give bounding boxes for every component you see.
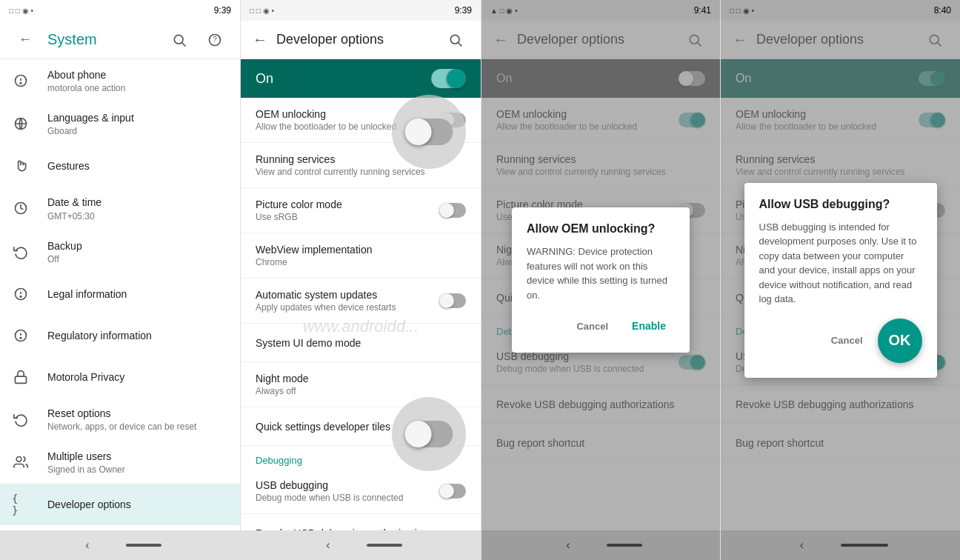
panel-developer-oem-dialog: ▲ □ ◉ • 9:41 ← Developer options On OEM … [481,0,721,560]
panel-developer-usb-dialog: □ □ ◉ • 8:40 ← Developer options On OEM … [721,0,960,560]
back-nav-p2[interactable]: ‹ [319,536,337,554]
usb-dialog-overlay: Allow USB debugging? USB debugging is in… [721,0,960,560]
usb-dialog-title: Allow USB debugging? [759,198,922,211]
date-time-icon [12,199,30,217]
status-icons-p2: □ □ ◉ • [250,7,274,15]
svg-point-19 [450,35,459,44]
search-icon-p2 [448,33,463,47]
home-indicator-p2 [367,544,402,547]
status-time-p2: 9:39 [455,5,472,16]
back-nav-p1[interactable]: ‹ [79,536,96,554]
svg-point-14 [20,337,21,339]
oem-dialog-title: Allow OEM unlocking? [527,222,675,236]
panel-system-settings: □ □ ◉ • 9:39 ← System ? About phone moto… [0,0,241,560]
on-row-p2[interactable]: On [241,59,481,98]
sidebar-item-backup[interactable]: Backup Off [0,230,240,273]
dev-item-revoke-usb[interactable]: Revoke USB debugging authorizations [241,514,481,530]
status-bar-p1: □ □ ◉ • 9:39 [0,0,240,21]
status-icons-left: □ □ ◉ • [9,7,33,15]
on-label-p2: On [256,71,439,87]
panel-developer-options: □ □ ◉ • 9:39 ← Developer options On www.… [241,0,481,560]
picture-color-toggle-p2[interactable] [439,203,466,218]
usb-ok-button[interactable]: OK [878,319,922,363]
search-button-p2[interactable] [442,27,469,53]
usb-dialog-buttons: Cancel OK [759,319,922,363]
top-bar-p1: ← System ? [0,21,240,59]
svg-text:?: ? [213,36,217,44]
search-icon-p1 [172,33,187,47]
status-bar-p2: □ □ ◉ • 9:39 [241,0,481,21]
page-title-p2: Developer options [276,32,433,47]
usb-cancel-button[interactable]: Cancel [822,329,872,352]
svg-line-1 [182,42,186,46]
usb-debug-toggle-p2[interactable] [439,484,466,499]
multiple-users-icon [12,453,30,471]
oem-dialog-body: WARNING: Device protection features will… [527,244,675,302]
on-toggle-p2[interactable] [431,69,466,88]
dev-item-picture-color[interactable]: Picture color mode Use sRGB [241,188,481,233]
sidebar-item-multiple-users[interactable]: Multiple users Signed in as Owner [0,441,240,484]
sidebar-item-gestures[interactable]: Gestures [0,145,240,187]
motorola-privacy-icon [12,368,30,386]
sidebar-item-languages[interactable]: Languages & input Gboard [0,102,240,145]
settings-list-p1: About phone motorola one action Language… [0,59,240,530]
about-phone-icon [12,72,30,90]
usb-circle-overlay [392,397,466,471]
nav-bar-p1: ‹ [0,530,240,560]
regulatory-icon [12,327,30,344]
legal-icon [12,285,30,303]
gestures-icon [12,157,30,175]
backup-icon [12,243,30,261]
usb-ok-label: OK [889,332,911,349]
sidebar-item-about-phone[interactable]: About phone motorola one action [0,59,240,102]
svg-line-20 [459,42,462,46]
help-button-p1[interactable]: ? [201,27,228,53]
sidebar-item-reset[interactable]: Reset options Network, apps, or device c… [0,398,240,441]
oem-circle-overlay [392,95,466,169]
reset-icon [12,410,30,428]
dev-item-ui-demo[interactable]: System UI demo mode [241,324,481,362]
svg-point-6 [20,83,21,84]
top-bar-p2: ← Developer options [241,21,481,59]
page-title-p1: System [47,31,157,48]
dev-item-usb-debug[interactable]: USB debugging Debug mode when USB is con… [241,469,481,514]
sidebar-item-regulatory[interactable]: Regulatory information [0,315,240,356]
back-button-p1[interactable]: ← [12,27,39,53]
auto-updates-toggle-p2[interactable] [439,293,466,308]
oem-unlock-dialog: Allow OEM unlocking? WARNING: Device pro… [512,207,690,353]
developer-icon: { } [12,496,30,513]
dev-item-auto-updates[interactable]: Automatic system updates Apply updates w… [241,279,481,324]
svg-point-0 [174,35,183,44]
back-button-p2[interactable]: ← [253,31,267,48]
about-phone-subtitle: motorola one action [47,83,228,93]
about-phone-title: About phone [47,68,228,81]
usb-circle-toggle[interactable] [405,421,453,447]
nav-bar-p2: ‹ [241,530,481,560]
oem-dialog-overlay: Allow OEM unlocking? WARNING: Device pro… [481,0,720,560]
oem-dialog-buttons: Cancel Enable [527,314,675,338]
sidebar-item-date-time[interactable]: Date & time GMT+05:30 [0,187,240,230]
svg-point-16 [16,457,21,462]
search-button-p1[interactable] [166,27,193,53]
home-indicator-p1 [126,544,161,547]
help-icon-p1: ? [207,33,222,47]
languages-icon [12,115,30,133]
sidebar-item-developer-options[interactable]: { } Developer options [0,484,240,525]
usb-debug-dialog: Allow USB debugging? USB debugging is in… [744,183,937,378]
usb-dialog-body: USB debugging is intended for developmen… [759,220,922,307]
oem-cancel-button[interactable]: Cancel [567,314,617,338]
oem-circle-toggle[interactable] [405,119,453,145]
svg-rect-15 [16,376,27,383]
sidebar-item-legal[interactable]: Legal information [0,273,240,315]
svg-point-11 [20,296,21,297]
on-toggle-knob-p2 [447,69,466,88]
about-phone-text: About phone motorola one action [47,68,228,93]
dev-item-webview[interactable]: WebView implementation Chrome [241,233,481,279]
sidebar-item-system-updates[interactable]: System updates Updated to Android 9 [0,525,240,530]
status-time-p1: 9:39 [214,5,231,16]
oem-enable-button[interactable]: Enable [623,314,675,338]
sidebar-item-motorola-privacy[interactable]: Motorola Privacy [0,356,240,398]
